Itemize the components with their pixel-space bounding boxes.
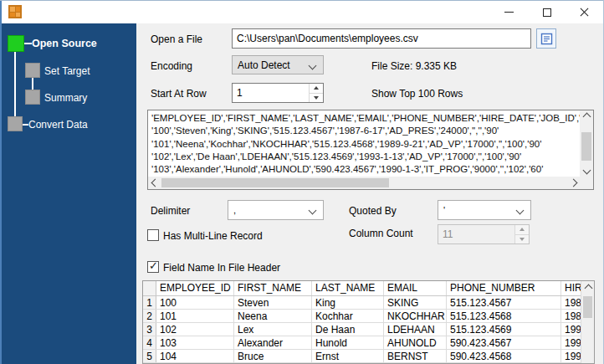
preview-line: 'EMPLOYEE_ID','FIRST_NAME','LAST_NAME','… xyxy=(151,112,580,125)
grid-header-cell[interactable]: PHONE_NUMBER xyxy=(447,281,561,295)
delimiter-select[interactable]: , xyxy=(228,200,324,220)
grid-cell: Hunold xyxy=(312,336,384,349)
grid-header-row: EMPLOYEE_ID FIRST_NAME LAST_NAME EMAIL P… xyxy=(143,281,581,296)
field-name-header-label: Field Name In File Header xyxy=(163,262,280,274)
step-connector-vertical-short xyxy=(32,78,33,90)
grid-cell: 1993-1-13 xyxy=(561,323,581,336)
wizard-sidebar: Open Source Set Target Summary Convert D… xyxy=(0,23,136,364)
table-row[interactable]: 1 100 Steven King SKING 515.123.4567 198… xyxy=(143,296,581,310)
raw-preview-box[interactable]: 'EMPLOYEE_ID','FIRST_NAME','LAST_NAME','… xyxy=(147,110,594,190)
grid-cell: De Haan xyxy=(312,323,384,336)
field-name-header-checkbox[interactable]: ✓ xyxy=(147,261,159,273)
chevron-down-icon xyxy=(309,62,317,70)
grid-header-cell[interactable]: FIRST_NAME xyxy=(234,281,312,295)
sidebar-item-set-target[interactable]: Set Target xyxy=(44,65,90,77)
step-connector-horizontal-1 xyxy=(24,43,32,44)
scrollbar-thumb[interactable] xyxy=(161,178,389,187)
data-preview-grid[interactable]: EMPLOYEE_ID FIRST_NAME LAST_NAME EMAIL P… xyxy=(142,280,595,364)
table-row[interactable]: 5 104 Bruce Ernst BERNST 590.423.4568 19… xyxy=(143,350,581,363)
scrollbar-thumb[interactable] xyxy=(583,296,592,318)
preview-vertical-scrollbar[interactable] xyxy=(580,110,593,177)
grid-cell: 104 xyxy=(156,350,234,362)
grid-cell: Kochhar xyxy=(312,310,384,322)
table-row[interactable]: 2 101 Neena Kochhar NKOCHHAR 515.123.456… xyxy=(143,310,581,323)
quoted-by-label: Quoted By xyxy=(349,205,397,217)
start-at-row-stepper[interactable]: 1 xyxy=(232,83,324,103)
preview-line: '102','Lex','De Haan','LDEHAAN','515.123… xyxy=(151,151,580,163)
grid-cell: Ernst xyxy=(312,350,384,362)
grid-corner-cell xyxy=(143,281,156,295)
grid-cell: Alexander xyxy=(234,336,312,349)
spin-down-button xyxy=(515,234,529,244)
step-connector-horizontal-2 xyxy=(23,124,28,126)
scroll-up-button[interactable] xyxy=(581,282,595,295)
scroll-left-button[interactable] xyxy=(148,177,161,189)
grid-header-cell[interactable]: LAST_NAME xyxy=(312,281,384,295)
chevron-down-icon xyxy=(582,167,591,175)
title-bar[interactable] xyxy=(0,0,604,23)
multi-line-label: Has Multi-Line Record xyxy=(163,230,263,242)
delimiter-label: Delimiter xyxy=(151,205,190,217)
close-button[interactable] xyxy=(566,1,603,23)
grid-header-cell[interactable]: HIRE_DATE xyxy=(561,281,581,295)
scroll-up-button[interactable] xyxy=(580,110,593,123)
step-marker-open-source xyxy=(8,35,24,52)
minimize-button[interactable] xyxy=(490,1,528,23)
table-row[interactable]: 4 103 Alexander Hunold AHUNOLD 590.423.4… xyxy=(143,336,581,350)
spin-up-button[interactable] xyxy=(310,84,323,93)
grid-cell: 100 xyxy=(156,296,234,309)
grid-cell: Lex xyxy=(234,323,312,336)
chevron-left-icon xyxy=(151,179,159,187)
sidebar-item-open-source[interactable]: Open Source xyxy=(32,38,97,49)
grid-cell: LDEHAAN xyxy=(384,323,447,336)
start-at-row-label: Start At Row xyxy=(151,88,207,100)
chevron-up-icon xyxy=(584,285,592,293)
spin-down-button[interactable] xyxy=(310,93,323,103)
app-window: Open Source Set Target Summary Convert D… xyxy=(0,0,604,364)
quoted-by-value: ' xyxy=(443,205,445,215)
open-file-input[interactable] xyxy=(232,28,531,49)
grid-cell: 515.123.4569 xyxy=(447,323,561,336)
grid-header-cell[interactable]: EMAIL xyxy=(384,281,447,295)
browse-file-button[interactable] xyxy=(536,28,556,49)
delimiter-value: , xyxy=(233,205,236,215)
chevron-right-icon xyxy=(569,179,577,187)
encoding-value: Auto Detect xyxy=(238,59,290,71)
grid-cell: 102 xyxy=(156,323,234,336)
grid-row-number: 3 xyxy=(143,323,156,336)
spinner-buttons xyxy=(514,225,529,244)
grid-cell: 1991-5-21 xyxy=(561,350,581,362)
grid-cell: 590.423.4568 xyxy=(447,350,561,362)
maximize-button[interactable] xyxy=(528,1,566,23)
table-row[interactable]: 3 102 Lex De Haan LDEHAAN 515.123.4569 1… xyxy=(143,323,581,336)
chevron-up-icon xyxy=(582,113,591,121)
quoted-by-select[interactable]: ' xyxy=(438,200,531,220)
grid-cell: BERNST xyxy=(384,350,447,362)
grid-row-number: 4 xyxy=(143,336,156,349)
grid-row-number: 2 xyxy=(143,310,156,322)
scroll-down-button[interactable] xyxy=(580,164,593,177)
column-count-value: 11 xyxy=(443,228,453,240)
sidebar-item-summary[interactable]: Summary xyxy=(44,92,87,104)
grid-header-cell[interactable]: EMPLOYEE_ID xyxy=(156,281,234,295)
chevron-down-icon xyxy=(309,207,317,215)
grid-cell: 1987-6-17 xyxy=(561,296,581,309)
scroll-right-button[interactable] xyxy=(566,177,580,189)
grid-cell: 1990-1-3 xyxy=(561,336,581,349)
check-mark-icon: ✓ xyxy=(149,260,158,272)
encoding-select[interactable]: Auto Detect xyxy=(232,55,324,74)
sidebar-item-convert-data[interactable]: Convert Data xyxy=(28,119,88,131)
grid-vertical-scrollbar[interactable] xyxy=(581,281,594,363)
multi-line-checkbox[interactable] xyxy=(147,229,159,241)
grid-cell: King xyxy=(312,296,384,309)
spinner-buttons xyxy=(309,84,323,102)
grid-row-number: 5 xyxy=(143,350,156,362)
grid-cell: Steven xyxy=(234,296,312,309)
grid-cell: Neena xyxy=(234,310,312,322)
grid-cell: 515.123.4567 xyxy=(447,296,561,309)
column-count-label: Column Count xyxy=(349,228,413,239)
grid-cell: AHUNOLD xyxy=(384,336,447,349)
scrollbar-thumb[interactable] xyxy=(581,132,591,161)
preview-horizontal-scrollbar[interactable] xyxy=(148,177,580,189)
preview-line: '100','Steven','King','SKING','515.123.4… xyxy=(151,125,580,137)
